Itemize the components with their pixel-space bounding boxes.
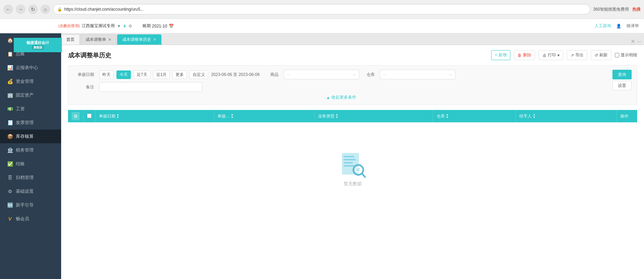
membership-icon: V [7, 216, 13, 222]
hot-label: 热搜 [632, 7, 641, 12]
sort-arrows-warehouse[interactable]: ▲▼ [446, 113, 449, 119]
new-button[interactable]: + 新增 [491, 50, 510, 60]
warehouse-filter-select[interactable]: ··· ··· [380, 70, 455, 79]
display-toggle-checkbox[interactable] [615, 53, 619, 57]
payroll-icon: 💵 [7, 106, 13, 112]
sort-arrows-handler[interactable]: ▲▼ [533, 113, 535, 119]
empty-state: 暂无数据 [68, 122, 637, 214]
sidebar-item-settings[interactable]: ⚙ 基础设置 [0, 185, 61, 198]
svg-rect-3 [343, 162, 353, 164]
content-area: 首页 成本调整单 ✕ 成本调整单历史 ✕ ✕ — 成本调整单历史 + 新增 [61, 33, 644, 279]
sidebar-item-invoice[interactable]: 🧾 发票管理 [0, 116, 61, 130]
delete-button[interactable]: 🗑 删除 [514, 50, 535, 60]
delete-icon: 🗑 [518, 53, 522, 58]
print-button[interactable]: 🖨 打印 ▾ [539, 50, 563, 60]
back-button[interactable]: ← [3, 4, 13, 14]
th-checkbox[interactable] [83, 110, 95, 122]
tab-close-cost-adjust[interactable]: ✕ [108, 37, 111, 42]
filter-area: 单据日期 昨天 今天 近7天 近1月 更多 自定义 2023-06-06 至 2… [74, 70, 632, 100]
sidebar-item-reports[interactable]: 📊 云报表中心 [0, 61, 61, 75]
settings-icon-topbar[interactable]: ⚙ [128, 24, 132, 29]
funds-icon: 💰 [7, 79, 13, 84]
sort-arrows-biz[interactable]: ▲▼ [336, 113, 338, 119]
company-warning: (勿删勿禁用) [58, 23, 80, 29]
display-toggle[interactable]: 显示明细 [615, 52, 637, 58]
goods-placeholder: ··· [287, 72, 290, 77]
th-handler: 经手人 ▲▼ [516, 110, 617, 122]
closing-icon: ✅ [7, 161, 13, 167]
close-page-button[interactable]: ✕ [631, 38, 635, 45]
tab-cost-adjust-history[interactable]: 成本调整单历史 ✕ [117, 34, 161, 45]
empty-illustration [337, 150, 368, 181]
sort-arrows-bill[interactable]: ▲▼ [231, 113, 234, 119]
table-settings-icon[interactable]: ⚙ [71, 112, 80, 120]
sidebar-item-label: 云报表中心 [16, 65, 38, 71]
date-btn-7days[interactable]: 近7天 [134, 70, 150, 79]
date-filter-group: 昨天 今天 近7天 近1月 更多 自定义 2023-06-06 至 2023-0… [99, 70, 260, 79]
date-btn-today[interactable]: 今天 [116, 70, 131, 79]
calendar-icon[interactable]: 📅 [169, 24, 174, 29]
url-bar[interactable]: 🔒 https://cloud.chanjet.com/accounting/u… [53, 4, 590, 14]
empty-cell: 暂无数据 [68, 122, 637, 214]
forward-button[interactable]: → [16, 4, 25, 14]
export-icon: ↗ [570, 53, 574, 58]
company-name: 江西服宝测试专用 [82, 23, 115, 29]
delete-label: 删除 [523, 52, 531, 58]
sidebar-item-fixed-assets[interactable]: 🏢 固定资产 [0, 88, 61, 102]
tab-home[interactable]: 首页 [61, 34, 80, 45]
th-settings[interactable]: ⚙ [68, 110, 83, 122]
sidebar-item-guide[interactable]: 🆕 新手引导 [0, 198, 61, 212]
sidebar-item-label: 新手引导 [16, 202, 34, 208]
sidebar-item-payroll[interactable]: 💵 工资 [0, 102, 61, 116]
min-page-button[interactable]: — [637, 39, 641, 44]
dropdown-icon[interactable]: ▼ [117, 24, 121, 29]
select-all-checkbox[interactable] [87, 113, 92, 118]
tab-close-history[interactable]: ✕ [153, 37, 156, 42]
goods-filter-select[interactable]: ··· ··· [284, 70, 359, 79]
export-label: 导出 [575, 52, 584, 58]
date-btn-yesterday[interactable]: 昨天 [99, 70, 114, 79]
sidebar-item-label: 固定资产 [16, 92, 34, 98]
collapse-label: 收起更多条件 [331, 94, 356, 100]
invoice-icon: 🧾 [7, 120, 13, 125]
settings-button[interactable]: 设置 [612, 81, 632, 90]
service-link[interactable]: 人工咨询 [595, 23, 611, 29]
sidebar-item-label: 工资 [16, 106, 25, 112]
sidebar-item-closing[interactable]: ✅ 结账 [0, 157, 61, 171]
period-label: 账期 [143, 23, 151, 29]
sidebar-item-inventory[interactable]: 📦 库存核算 [0, 130, 61, 143]
date-btn-1month[interactable]: 近1月 [153, 70, 170, 79]
sort-arrows-date[interactable]: ▲▼ [116, 113, 119, 119]
export-button[interactable]: ↗ 导出 [567, 50, 587, 60]
tab-cost-adjust[interactable]: 成本调整单 ✕ [80, 34, 116, 45]
browser-chrome: ← → ↻ ⌂ 🔒 https://cloud.chanjet.com/acco… [0, 0, 644, 19]
sidebar-item-label: 结账 [16, 161, 25, 167]
home-button[interactable]: ⌂ [41, 4, 50, 14]
note-filter-input[interactable] [99, 82, 202, 92]
sidebar-item-label: 归档管理 [16, 175, 34, 181]
collapse-btn[interactable]: ▲ 收起更多条件 [74, 94, 609, 100]
sidebar-item-label: 发票管理 [16, 120, 34, 126]
add-icon[interactable]: + [123, 23, 126, 29]
sidebar-item-funds[interactable]: 💰 资金管理 [0, 75, 61, 88]
app-logo: 畅捷通好会计旗舰版 [14, 38, 62, 52]
query-button[interactable]: 查询 [612, 70, 632, 79]
top-bar: 畅捷通好会计旗舰版 (勿删勿禁用) 江西服宝测试专用 ▼ + ⚙ 账期 2021… [0, 19, 644, 33]
th-biz-type-label: 业务类型 [318, 113, 335, 119]
date-btn-custom[interactable]: 自定义 [190, 70, 208, 79]
sidebar-item-archive[interactable]: 🗄 归档管理 [0, 171, 61, 185]
sidebar-item-membership[interactable]: V 畅会员 [0, 212, 61, 226]
refresh-button[interactable]: ↺ 刷新 [591, 50, 611, 60]
refresh-label: 刷新 [599, 52, 608, 58]
ledger-icon: 📋 [7, 51, 13, 57]
date-btn-more[interactable]: 更多 [172, 70, 187, 79]
svg-rect-1 [343, 156, 354, 157]
guide-icon: 🆕 [7, 202, 13, 208]
topbar-right: 人工咨询 👤 徐泽华 [595, 23, 639, 29]
sidebar-item-tax[interactable]: 🏦 税务管理 [0, 143, 61, 157]
date-range: 2023-06-06 至 2023-06-06 [211, 72, 259, 78]
refresh-button[interactable]: ↻ [28, 4, 38, 14]
svg-line-7 [362, 174, 365, 177]
print-icon: 🖨 [542, 53, 546, 58]
th-handler-label: 经手人 [519, 113, 532, 119]
